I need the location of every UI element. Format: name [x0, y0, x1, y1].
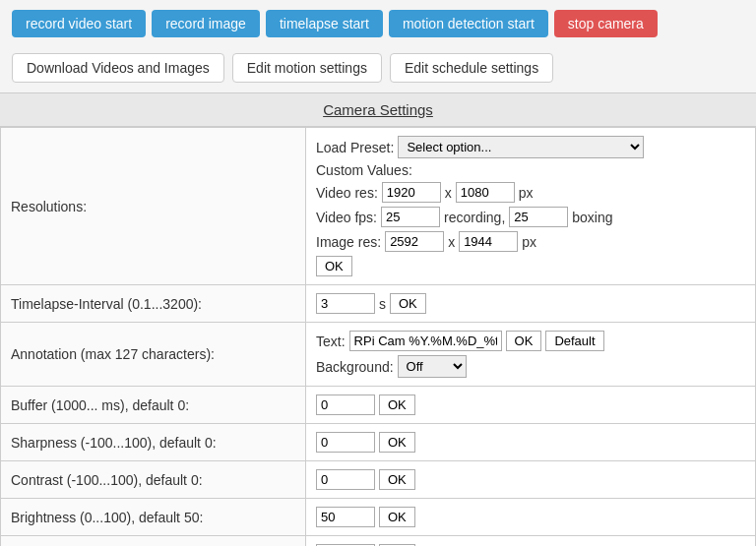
- secondary-button-bar: Download Videos and Images Edit motion s…: [0, 47, 756, 92]
- video-res-height-input[interactable]: [456, 182, 515, 203]
- custom-values-row: Custom Values:: [316, 162, 745, 178]
- annotation-default-button[interactable]: Default: [545, 331, 603, 351]
- contrast-row: OK: [316, 469, 745, 490]
- annotation-text-input[interactable]: [349, 331, 502, 351]
- image-res-x2: x: [448, 234, 455, 250]
- video-res-row: Video res: x px: [316, 182, 745, 203]
- buffer-label: Buffer (1000... ms), default 0:: [1, 387, 306, 424]
- sharpness-value: OK: [306, 424, 756, 461]
- annotation-label: Annotation (max 127 characters):: [1, 323, 306, 387]
- timelapse-label: Timelapse-Interval (0.1...3200):: [1, 285, 306, 323]
- edit-motion-button[interactable]: Edit motion settings: [232, 53, 382, 83]
- table-row: Sharpness (-100...100), default 0: OK: [1, 424, 756, 461]
- stop-camera-button[interactable]: stop camera: [554, 10, 658, 37]
- settings-table: Resolutions: Load Preset: Select option.…: [0, 127, 756, 546]
- image-res-width-input[interactable]: [385, 231, 444, 252]
- buffer-row: OK: [316, 394, 745, 415]
- contrast-ok-button[interactable]: OK: [379, 469, 415, 490]
- table-row: Timelapse-Interval (0.1...3200): s OK: [1, 285, 756, 323]
- video-res-width-input[interactable]: [382, 182, 441, 203]
- sharpness-label: Sharpness (-100...100), default 0:: [1, 424, 306, 461]
- image-res-label: Image res:: [316, 234, 381, 250]
- annotation-bg-label: Background:: [316, 359, 394, 375]
- resolutions-label: Resolutions:: [1, 128, 306, 285]
- video-res-unit: px: [519, 185, 534, 201]
- video-boxing-fps-input[interactable]: [509, 207, 568, 227]
- video-res-x1: x: [445, 185, 452, 201]
- record-video-start-button[interactable]: record video start: [12, 10, 146, 37]
- annotation-ok-button[interactable]: OK: [506, 331, 542, 351]
- annotation-bg-row: Background: Off On: [316, 355, 745, 378]
- resolutions-value: Load Preset: Select option... Custom Val…: [306, 128, 756, 285]
- brightness-label: Brightness (0...100), default 50:: [1, 499, 306, 536]
- buffer-input[interactable]: [316, 394, 375, 415]
- buffer-value: OK: [306, 387, 756, 424]
- contrast-value: OK: [306, 461, 756, 499]
- timelapse-value: s OK: [306, 285, 756, 323]
- top-button-bar: record video start record image timelaps…: [0, 0, 756, 47]
- buffer-ok-button[interactable]: OK: [379, 394, 415, 415]
- video-boxing-label: boxing: [572, 210, 612, 225]
- brightness-ok-button[interactable]: OK: [379, 507, 415, 527]
- motion-detection-start-button[interactable]: motion detection start: [389, 10, 548, 37]
- table-row: Contrast (-100...100), default 0: OK: [1, 461, 756, 499]
- download-videos-button[interactable]: Download Videos and Images: [12, 53, 224, 83]
- contrast-label: Contrast (-100...100), default 0:: [1, 461, 306, 499]
- image-res-unit: px: [522, 234, 536, 250]
- table-row: Saturation (-100...100), default 0: OK: [1, 536, 756, 547]
- annotation-text-label: Text:: [316, 334, 346, 349]
- video-fps-input[interactable]: [381, 207, 440, 227]
- sharpness-row: OK: [316, 432, 745, 453]
- sharpness-input[interactable]: [316, 432, 375, 453]
- record-image-button[interactable]: record image: [152, 10, 260, 37]
- video-fps-row: Video fps: recording, boxing: [316, 207, 745, 227]
- table-row: Annotation (max 127 characters): Text: O…: [1, 323, 756, 387]
- contrast-input[interactable]: [316, 469, 375, 490]
- image-res-height-input[interactable]: [459, 231, 518, 252]
- table-row: Buffer (1000... ms), default 0: OK: [1, 387, 756, 424]
- edit-schedule-button[interactable]: Edit schedule settings: [390, 53, 553, 83]
- timelapse-unit: s: [379, 296, 386, 312]
- timelapse-start-button[interactable]: timelapse start: [266, 10, 383, 37]
- resolutions-ok-button[interactable]: OK: [316, 256, 352, 276]
- saturation-value: OK: [306, 536, 756, 547]
- saturation-label: Saturation (-100...100), default 0:: [1, 536, 306, 547]
- timelapse-ok-button[interactable]: OK: [390, 293, 426, 314]
- annotation-value: Text: OK Default Background: Off On: [306, 323, 756, 387]
- custom-values-label: Custom Values:: [316, 162, 412, 178]
- load-preset-row: Load Preset: Select option...: [316, 136, 745, 158]
- annotation-bg-select[interactable]: Off On: [398, 355, 467, 378]
- camera-settings-header: Camera Settings: [0, 92, 756, 127]
- brightness-value: OK: [306, 499, 756, 536]
- timelapse-row: s OK: [316, 293, 745, 314]
- brightness-input[interactable]: [316, 507, 375, 527]
- brightness-row: OK: [316, 507, 745, 527]
- load-preset-select[interactable]: Select option...: [398, 136, 644, 158]
- resolutions-ok-row: OK: [316, 256, 745, 276]
- load-preset-label: Load Preset:: [316, 140, 394, 155]
- annotation-text-row: Text: OK Default: [316, 331, 745, 351]
- video-fps-label: Video fps:: [316, 210, 377, 225]
- timelapse-input[interactable]: [316, 293, 375, 314]
- image-res-row: Image res: x px: [316, 231, 745, 252]
- table-row: Brightness (0...100), default 50: OK: [1, 499, 756, 536]
- video-res-label: Video res:: [316, 185, 378, 201]
- video-fps-recording-label: recording,: [444, 210, 505, 225]
- sharpness-ok-button[interactable]: OK: [379, 432, 415, 453]
- table-row: Resolutions: Load Preset: Select option.…: [1, 128, 756, 285]
